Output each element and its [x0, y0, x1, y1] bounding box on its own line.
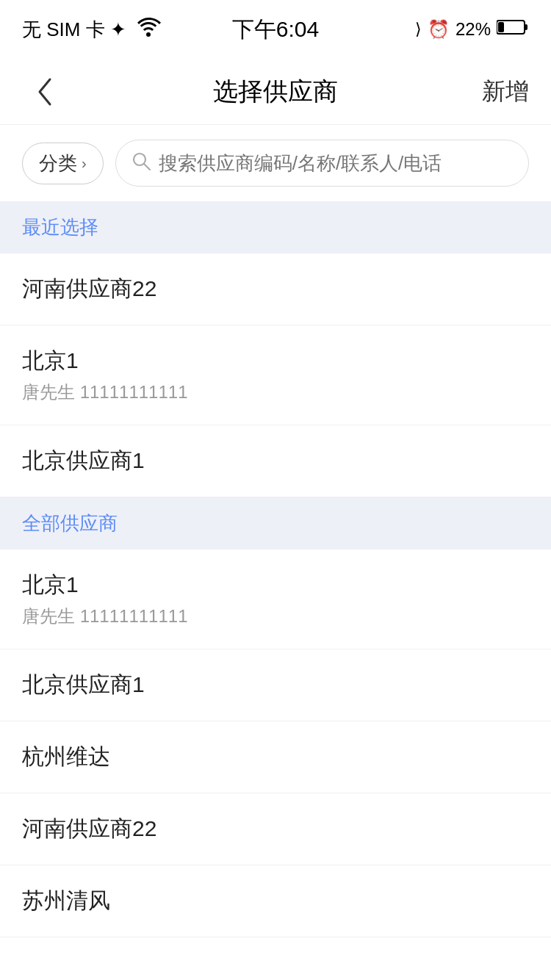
- status-right: ⟩ ⏰ 22%: [415, 19, 529, 40]
- search-box[interactable]: [115, 140, 529, 187]
- chevron-right-icon: ›: [82, 155, 87, 172]
- item-name: 北京供应商1: [22, 670, 529, 700]
- category-button[interactable]: 分类 ›: [22, 143, 104, 184]
- filter-bar: 分类 ›: [0, 125, 551, 201]
- svg-rect-2: [498, 22, 504, 32]
- list-item[interactable]: 苏州清风: [0, 865, 551, 937]
- alarm-icon: ⏰: [428, 19, 450, 40]
- page-title: 选择供应商: [213, 75, 338, 109]
- list-item[interactable]: 北京供应商1: [0, 649, 551, 721]
- status-time: 下午6:04: [232, 15, 319, 45]
- list-item[interactable]: 河南供应商22: [0, 253, 551, 325]
- list-item[interactable]: 北京1唐先生 11111111111: [0, 550, 551, 649]
- all-section-label: 全部供应商: [22, 512, 118, 534]
- battery-percent: 22%: [455, 19, 491, 40]
- item-name: 北京供应商1: [22, 446, 529, 476]
- wifi-icon: [135, 18, 162, 42]
- item-name: 河南供应商22: [22, 814, 529, 844]
- status-bar: 无 SIM 卡 ✦ 下午6:04 ⟩ ⏰ 22%: [0, 0, 551, 59]
- search-icon: [131, 151, 151, 176]
- list-item[interactable]: 杭州维达: [0, 721, 551, 793]
- item-name: 河南供应商22: [22, 274, 529, 304]
- sim-status: 无 SIM 卡 ✦: [22, 17, 126, 43]
- list-item[interactable]: 北京1唐先生 11111111111: [0, 325, 551, 425]
- item-name: 北京1: [22, 346, 529, 376]
- list-item[interactable]: 北京供应商1: [0, 425, 551, 497]
- recent-section-label: 最近选择: [22, 216, 98, 238]
- recent-items-list: 河南供应商22北京1唐先生 11111111111北京供应商1: [0, 253, 551, 497]
- all-section-header: 全部供应商: [0, 497, 551, 550]
- item-sub: 唐先生 11111111111: [22, 381, 529, 404]
- svg-rect-1: [525, 24, 527, 30]
- back-button[interactable]: [22, 70, 66, 114]
- item-sub: 唐先生 11111111111: [22, 605, 529, 628]
- list-item[interactable]: 河南供应商22: [0, 793, 551, 865]
- item-name: 苏州清风: [22, 886, 529, 916]
- all-items-list: 北京1唐先生 11111111111北京供应商1杭州维达河南供应商22苏州清风: [0, 550, 551, 937]
- category-label: 分类: [39, 151, 77, 176]
- battery-icon: [497, 19, 529, 40]
- status-left: 无 SIM 卡 ✦: [22, 17, 162, 43]
- search-input[interactable]: [159, 152, 514, 175]
- location-icon: ⟩: [415, 20, 422, 39]
- nav-bar: 选择供应商 新增: [0, 59, 551, 125]
- svg-line-4: [144, 164, 150, 170]
- item-name: 杭州维达: [22, 742, 529, 772]
- item-name: 北京1: [22, 570, 529, 600]
- recent-section-header: 最近选择: [0, 201, 551, 253]
- add-button[interactable]: 新增: [482, 76, 529, 108]
